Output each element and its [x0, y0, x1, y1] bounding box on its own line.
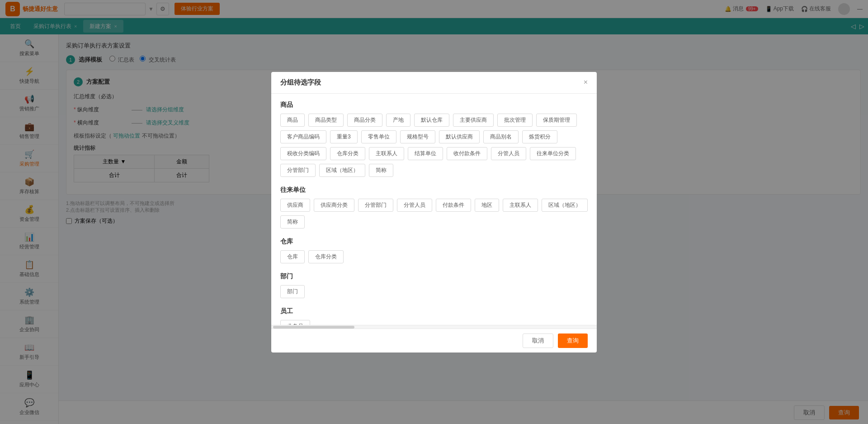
- field-tag-department[interactable]: 部门: [280, 285, 305, 298]
- field-tag-short-name2[interactable]: 简称: [280, 215, 305, 229]
- field-tag-goods-category[interactable]: 商品分类: [347, 114, 382, 127]
- modal-cancel-button[interactable]: 取消: [523, 333, 553, 348]
- field-tag-goods-type[interactable]: 商品类型: [308, 114, 344, 127]
- field-tag-points[interactable]: 炼货积分: [522, 130, 557, 143]
- field-tag-short-name[interactable]: 简称: [369, 164, 393, 177]
- field-section-partner: 往来单位 供应商 供应商分类 分管部门 分管人员 付款条件 地区 主联系人 区域…: [280, 186, 588, 229]
- field-tag-main-contact2[interactable]: 主联系人: [503, 199, 538, 212]
- field-tag-weight3[interactable]: 重量3: [330, 130, 358, 143]
- modal-footer: 取消 查询: [271, 329, 597, 353]
- field-tag-warehouse[interactable]: 仓库: [280, 250, 305, 263]
- employee-section-title: 员工: [280, 307, 588, 315]
- field-tag-main-supplier[interactable]: 主要供应商: [453, 114, 494, 127]
- field-tag-supervisor[interactable]: 分管人员: [491, 147, 526, 160]
- field-tag-payment-terms2[interactable]: 付款条件: [436, 199, 471, 212]
- department-section-title: 部门: [280, 272, 588, 281]
- field-tag-goods-alias[interactable]: 商品别名: [483, 130, 519, 143]
- field-tag-region2[interactable]: 区域（地区）: [542, 199, 588, 212]
- field-tag-origin[interactable]: 产地: [386, 114, 410, 127]
- field-tag-supplier-category[interactable]: 供应商分类: [314, 199, 354, 212]
- field-tag-region[interactable]: 区域（地区）: [319, 164, 365, 177]
- field-tag-main-contact[interactable]: 主联系人: [369, 147, 404, 160]
- field-tag-partner-category[interactable]: 往来单位分类: [530, 147, 576, 160]
- field-tag-payment-terms[interactable]: 收付款条件: [447, 147, 487, 160]
- field-tag-area[interactable]: 地区: [475, 199, 499, 212]
- modal-overlay: 分组待选字段 × 商品 商品 商品类型 商品分类 产地 默认仓库 主要供应商 批…: [0, 0, 868, 424]
- field-tag-partner-supervisor[interactable]: 分管人员: [397, 199, 432, 212]
- modal-close-button[interactable]: ×: [584, 78, 588, 86]
- partner-field-tags: 供应商 供应商分类 分管部门 分管人员 付款条件 地区 主联系人 区域（地区） …: [280, 199, 588, 229]
- goods-field-tags: 商品 商品类型 商品分类 产地 默认仓库 主要供应商 批次管理 保质期管理 客户…: [280, 114, 588, 177]
- field-section-goods: 商品 商品 商品类型 商品分类 产地 默认仓库 主要供应商 批次管理 保质期管理…: [280, 101, 588, 177]
- employee-field-tags: 业务员: [280, 320, 588, 325]
- field-tag-employee[interactable]: 业务员: [280, 320, 310, 325]
- field-tag-default-supplier[interactable]: 默认供应商: [439, 130, 480, 143]
- field-section-department: 部门 部门: [280, 272, 588, 298]
- modal-horizontal-scrollbar[interactable]: [271, 325, 597, 329]
- field-tag-settlement-unit[interactable]: 结算单位: [408, 147, 443, 160]
- modal: 分组待选字段 × 商品 商品 商品类型 商品分类 产地 默认仓库 主要供应商 批…: [271, 72, 597, 353]
- field-tag-default-warehouse[interactable]: 默认仓库: [414, 114, 449, 127]
- department-field-tags: 部门: [280, 285, 588, 298]
- field-tag-customer-code[interactable]: 客户商品编码: [280, 130, 326, 143]
- horizontal-scrollbar-thumb[interactable]: [273, 326, 354, 329]
- field-tag-tax-code[interactable]: 税收分类编码: [280, 147, 326, 160]
- field-tag-goods[interactable]: 商品: [280, 114, 305, 127]
- partner-section-title: 往来单位: [280, 186, 588, 194]
- modal-title: 分组待选字段: [280, 78, 321, 87]
- field-tag-supervisor-dept[interactable]: 分管部门: [280, 164, 316, 177]
- field-tag-spec-model[interactable]: 规格型号: [400, 130, 435, 143]
- goods-section-title: 商品: [280, 101, 588, 109]
- field-tag-warehouse-cat[interactable]: 仓库分类: [308, 250, 344, 263]
- field-tag-warehouse-category[interactable]: 仓库分类: [330, 147, 365, 160]
- field-tag-partner-dept[interactable]: 分管部门: [358, 199, 393, 212]
- modal-confirm-button[interactable]: 查询: [558, 333, 588, 348]
- field-tag-shelf-life[interactable]: 保质期管理: [536, 114, 577, 127]
- modal-body: 商品 商品 商品类型 商品分类 产地 默认仓库 主要供应商 批次管理 保质期管理…: [271, 94, 597, 325]
- warehouse-field-tags: 仓库 仓库分类: [280, 250, 588, 263]
- field-section-warehouse: 仓库 仓库 仓库分类: [280, 238, 588, 263]
- warehouse-section-title: 仓库: [280, 238, 588, 246]
- field-section-employee: 员工 业务员: [280, 307, 588, 325]
- field-tag-batch-mgmt[interactable]: 批次管理: [497, 114, 533, 127]
- field-tag-supplier[interactable]: 供应商: [280, 199, 310, 212]
- modal-header: 分组待选字段 ×: [271, 72, 597, 94]
- field-tag-retail-unit[interactable]: 零售单位: [361, 130, 396, 143]
